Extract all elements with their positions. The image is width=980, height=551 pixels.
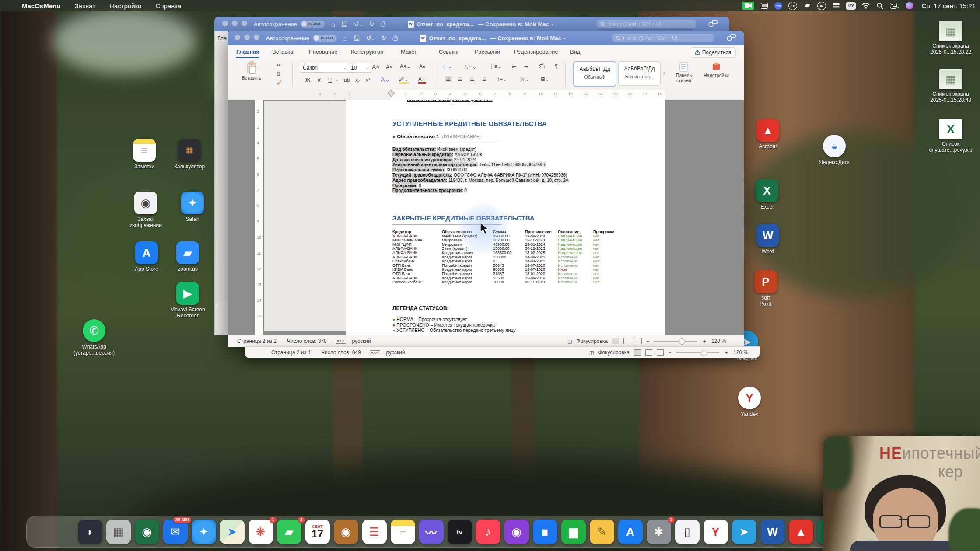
zoom-out-button[interactable]: −	[646, 338, 649, 344]
redo-icon[interactable]: ↻	[369, 20, 374, 28]
align-center-button[interactable]: ☰	[458, 76, 462, 82]
tab-Рецензирование[interactable]: Рецензирование	[514, 49, 558, 55]
camera-active-icon[interactable]	[742, 2, 754, 10]
dock-numbers-icon[interactable]: ▆	[561, 520, 586, 544]
desktop-icon-notes[interactable]: ≡ Заметки	[120, 139, 168, 170]
zoom-out-button[interactable]: −	[668, 349, 671, 356]
cut-icon[interactable]: ✂	[276, 62, 281, 68]
dock-notes-icon[interactable]: ≡	[391, 520, 415, 544]
align-left-button[interactable]: ☰	[444, 76, 452, 82]
view-read-icon[interactable]	[634, 349, 641, 356]
tab-Главная[interactable]: Главная	[236, 49, 259, 58]
shrink-font-icon[interactable]: A˅	[386, 64, 392, 70]
menu-item-1[interactable]: Захват	[74, 2, 95, 10]
align-right-button[interactable]: ☰	[470, 76, 475, 82]
view-web-icon[interactable]	[657, 349, 664, 356]
underline-caret[interactable]: ⌄	[336, 78, 339, 82]
back-comments-icon[interactable]	[708, 20, 718, 29]
font-name-select[interactable]: Calibri⌄	[300, 63, 350, 73]
zoom-menu-icon[interactable]: zm	[774, 2, 782, 10]
desktop-icon-calculator[interactable]: ⌗ Калькулятор	[165, 139, 214, 170]
font-color-icon[interactable]: А⌄	[418, 76, 426, 84]
superscript-button[interactable]: x²	[366, 77, 370, 83]
desktop-icon-zoom-us[interactable]: ▰ zoom.us	[164, 241, 212, 272]
tab-Вид[interactable]: Вид	[570, 49, 581, 55]
paste-button[interactable]: Вставить	[238, 61, 265, 80]
dock-mail-icon[interactable]: ✉34 480	[163, 520, 188, 544]
addins-button[interactable]: Надстройки	[703, 62, 730, 78]
print-icon[interactable]: ⎙	[381, 20, 386, 28]
zoom-slider[interactable]	[676, 352, 719, 353]
grow-font-icon[interactable]: A˄	[372, 63, 380, 70]
menu-item-0[interactable]: MacOsMenu	[22, 2, 60, 10]
home-icon[interactable]: ⌂	[343, 35, 347, 42]
dock-camera-icon[interactable]: ◉	[135, 520, 159, 544]
desktop-icon-yandex[interactable]: Y Yandex	[725, 387, 774, 417]
shape-icon[interactable]	[803, 2, 811, 10]
redo-icon[interactable]: ↻	[381, 34, 387, 42]
dock-photo-booth-icon[interactable]: ◉	[334, 520, 358, 544]
zoom-level[interactable]: 120 %	[711, 338, 726, 344]
text-effects-icon[interactable]: A⌄	[381, 76, 390, 83]
dock-music-icon[interactable]: ♪	[476, 520, 500, 544]
screen-record-icon[interactable]	[760, 2, 768, 10]
view-web-icon[interactable]	[635, 338, 642, 344]
italic-button[interactable]: К	[318, 77, 321, 83]
wifi-icon[interactable]	[862, 2, 870, 10]
traffic-lights[interactable]	[222, 21, 251, 28]
zoom-level[interactable]: 120 %	[733, 349, 748, 356]
dock-yandex-app-icon[interactable]: Y	[704, 520, 728, 544]
sort-icon[interactable]: Я̊↓	[539, 63, 546, 70]
view-read-icon[interactable]	[612, 338, 619, 344]
dock-telegram-icon[interactable]: ➤	[732, 520, 756, 544]
desktop-icon-powerpoint[interactable]: P softPoint	[742, 270, 790, 307]
play-circle-icon[interactable]: ▶	[817, 2, 826, 10]
focus-icon[interactable]: ◫	[589, 350, 594, 356]
change-case-icon[interactable]: Aa⌄	[400, 63, 411, 70]
multilevel-icon[interactable]: ⋮≡⌄	[489, 63, 502, 70]
font-size-select[interactable]: 10⌄	[348, 63, 372, 73]
tab-Макет[interactable]: Макет	[401, 49, 417, 55]
dock-pages-icon[interactable]: ✎	[590, 520, 614, 544]
zoom-slider[interactable]	[654, 341, 697, 342]
tab-Ссылки[interactable]: Ссылки	[439, 49, 459, 55]
traffic-lights[interactable]	[234, 35, 263, 42]
dock-photos-icon[interactable]: ❋1	[248, 520, 273, 544]
borders-icon[interactable]: ⊞⌄	[541, 76, 550, 82]
focus-label[interactable]: Фокусировка	[598, 349, 630, 356]
tab-Вставка[interactable]: Вставка	[272, 49, 293, 55]
dock-podcasts-swirl-icon[interactable]: 〰	[419, 520, 444, 544]
desktop-icon-xls-file[interactable]: X Списокслушате...речу.xls	[927, 119, 975, 153]
home-icon[interactable]: ⌂	[331, 21, 335, 28]
spellcheck-icon[interactable]: ЯА✓	[370, 350, 380, 355]
badge-16-icon[interactable]: 16	[788, 2, 797, 10]
autosave-toggle[interactable]: ВЫКЛ.	[313, 35, 337, 42]
share-button[interactable]: Поделиться	[690, 47, 736, 58]
dock-calendar-icon[interactable]: СЕНТ17	[305, 520, 330, 544]
front-window-titlebar[interactable]: Автосохранение ВЫКЛ. ⌂ 🖫 ↺⌄ ↻ ⎙ ⋯ W Отче…	[228, 31, 744, 45]
menu-clock[interactable]: Ср, 17 сент. 15:21	[921, 2, 976, 10]
search-field[interactable]: Поиск (Cmd + Ctrl + U)	[612, 34, 714, 42]
language-indicator[interactable]: русский	[386, 349, 405, 356]
subscript-button[interactable]: x₂	[355, 77, 360, 83]
dock-podcasts-icon[interactable]: ◉	[504, 520, 529, 544]
pilcrow-icon[interactable]: ¶	[555, 63, 557, 70]
desktop-icon-image-capture[interactable]: ◉ Захватизображений	[122, 192, 170, 228]
view-print-icon[interactable]	[645, 349, 652, 356]
focus-label[interactable]: Фокусировка	[576, 338, 608, 344]
tab-Рассылки[interactable]: Рассылки	[475, 49, 500, 55]
desktop-icon-screenshot-2[interactable]: ▦ Снимок экрана2025-0...15.28.48	[927, 69, 975, 103]
dock-keynote-icon[interactable]: ∎	[533, 520, 557, 544]
zoom-in-button[interactable]: ＋	[702, 338, 707, 345]
focus-icon[interactable]: ◫	[567, 338, 572, 344]
desktop-icon-yandex-disk[interactable]: ◒ Яндекс.Диск	[810, 135, 858, 165]
desktop-icon-excel[interactable]: X Excel	[743, 179, 791, 210]
input-language-badge[interactable]: РУ	[846, 2, 856, 10]
dock-word-icon[interactable]: W	[760, 520, 785, 544]
more-icon[interactable]: ⋯	[404, 34, 411, 42]
decrease-indent-icon[interactable]: ⇤	[512, 63, 516, 70]
view-print-icon[interactable]	[623, 338, 630, 344]
dock-acrobat-icon[interactable]: ▲	[789, 520, 813, 544]
dock-facetime-icon[interactable]: ▰3	[277, 520, 301, 544]
desktop-icon-safari[interactable]: ✦ Safari	[168, 192, 217, 222]
